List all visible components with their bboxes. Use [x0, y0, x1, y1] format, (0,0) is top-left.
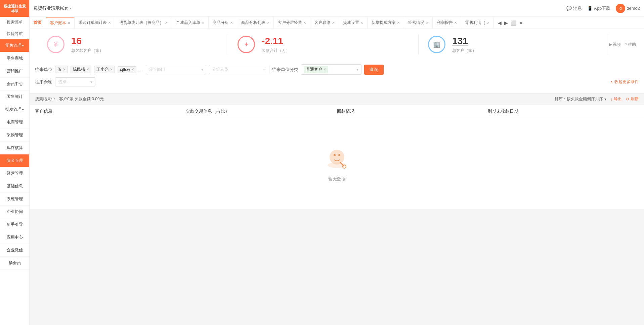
account-selector[interactable]: 母婴行业演示帐套 ▾: [34, 5, 72, 11]
sidebar-item-newbie[interactable]: 新手引导: [0, 218, 29, 231]
tab-label: 客户账本: [50, 20, 66, 26]
sidebar-item-member2[interactable]: 畅会员: [0, 257, 29, 269]
tab-close-icon[interactable]: ✕: [426, 21, 428, 25]
tab-goods-analysis[interactable]: 商品分析 ✕: [209, 17, 237, 28]
collapse-btn[interactable]: ∧ 收起更多条件: [610, 79, 639, 85]
sidebar-item-label: 会员中心: [7, 81, 23, 86]
tab-label: 产成品入库单: [176, 20, 200, 26]
sidebar-item-wholesale[interactable]: 批发管理 ▾: [0, 103, 29, 116]
topbar: 母婴行业演示帐套 ▾ 💬 消息 📱 App下载 d demo2: [30, 0, 644, 17]
person-select[interactable]: 分管人员 ···: [209, 65, 269, 74]
tab-close-icon[interactable]: ✕: [267, 21, 269, 25]
tab-goods-inbound-stats[interactable]: 进货单统计表（按商品） ✕: [115, 17, 172, 28]
refresh-icon: ↺: [626, 97, 629, 102]
tab-operations[interactable]: 经营情况 ✕: [404, 17, 433, 28]
export-btn[interactable]: ↓ 导出: [610, 96, 622, 102]
sort-dropdown[interactable]: 排序：按欠款金额倒序排序 ▾: [555, 96, 606, 102]
account-name: 母婴行业演示帐套: [34, 5, 69, 11]
tab-close-icon[interactable]: ✕: [397, 21, 400, 25]
balance-select[interactable]: 选择... ▾: [55, 77, 95, 86]
filter-tag-close-normal[interactable]: ✕: [324, 68, 326, 71]
sidebar-item-enterprise[interactable]: 企业协同: [0, 206, 29, 218]
help-btn[interactable]: ? 帮助: [625, 42, 636, 47]
sidebar-item-finance[interactable]: 资金管理: [0, 154, 29, 167]
tab-production-inbound[interactable]: 产成品入库单 ✕: [172, 17, 209, 28]
sidebar-item-retail-stats[interactable]: 零售统计: [0, 91, 29, 103]
sidebar-item-label: 电商管理: [7, 120, 23, 124]
refresh-btn[interactable]: ↺ 刷新: [626, 96, 639, 102]
sidebar-item-label: 零售商城: [7, 56, 23, 61]
table-header: 客户信息 欠款交易信息（占比） 回款情况 到期未收款日期: [30, 105, 644, 118]
tab-close-icon[interactable]: ✕: [360, 21, 363, 25]
tab-close-icon[interactable]: ✕: [165, 21, 168, 25]
message-icon: 💬: [566, 6, 572, 11]
summary-icon-1: ¥: [46, 34, 66, 55]
tab-close-icon[interactable]: ✕: [68, 21, 70, 25]
tab-purchase-order-stats[interactable]: 采购订单统计表 ✕: [75, 17, 115, 28]
sidebar-item-ecommerce[interactable]: 电商管理: [0, 116, 29, 129]
sidebar-item-basic-info[interactable]: 基础信息: [0, 180, 29, 193]
tab-customer-contact[interactable]: 客户联络 ✕: [310, 17, 339, 28]
tabs-nav: ◀ ▶ ⬜ ✕: [494, 19, 527, 27]
tab-customer-account[interactable]: 客户账本 ✕: [46, 17, 75, 29]
filter-unit-label: 往来单位: [35, 67, 52, 73]
quick-nav[interactable]: 快捷导航: [0, 28, 29, 39]
tab-close-icon[interactable]: ✕: [332, 21, 335, 25]
help-icon: ?: [625, 42, 627, 47]
filter-more-icon[interactable]: ...: [139, 67, 143, 72]
video-icon: ▶: [609, 42, 612, 47]
sidebar-item-operations[interactable]: 经营管理: [0, 167, 29, 180]
tab-close-icon[interactable]: ✕: [454, 21, 457, 25]
user-menu[interactable]: d demo2: [616, 4, 640, 13]
sidebar-item-wechat[interactable]: 企业微信: [0, 244, 29, 257]
sidebar-item-retail-mall[interactable]: 零售商城: [0, 52, 29, 65]
tab-close-icon[interactable]: ✕: [303, 21, 306, 25]
tab-retail-profit[interactable]: 零售利润（ ✕: [461, 17, 494, 28]
building-icon: 🏢: [428, 36, 445, 53]
tab-label: 客户联络: [314, 20, 331, 26]
chevron-down-icon: ▾: [70, 6, 72, 10]
filter-tag-close-wu[interactable]: ✕: [63, 68, 66, 71]
tab-profit-report[interactable]: 利润报告 ✕: [433, 17, 461, 28]
sidebar-item-purchase[interactable]: 采购管理: [0, 129, 29, 142]
tabs-prev-btn[interactable]: ◀: [497, 19, 503, 27]
unit-class-select[interactable]: 普通客户 ✕ ▾: [301, 64, 361, 75]
sidebar-item-app-center[interactable]: 应用中心: [0, 231, 29, 244]
results-bar: 搜索结果中，客户0家 欠款金额 0.00元 排序：按欠款金额倒序排序 ▾ ↓ 导…: [30, 94, 644, 105]
message-btn[interactable]: 💬 消息: [566, 5, 582, 11]
tabs-next-btn[interactable]: ▶: [503, 19, 509, 27]
filter-tag-cj: cjttcw ✕: [118, 66, 136, 73]
tab-commission-setting[interactable]: 提成设置 ✕: [339, 17, 368, 28]
tab-label: 采购订单统计表: [79, 20, 107, 26]
sidebar-item-member[interactable]: 会员中心: [0, 78, 29, 91]
tab-customer-tier[interactable]: 客户分层经营 ✕: [274, 17, 310, 28]
tab-home[interactable]: 首页: [30, 17, 46, 28]
svg-point-1: [330, 150, 344, 165]
results-info: 搜索结果中，客户0家 欠款金额 0.00元: [35, 96, 104, 102]
sidebar-item-marketing[interactable]: 营销推广: [0, 65, 29, 78]
app-download-btn[interactable]: 📱 App下载: [587, 5, 610, 11]
filter-tag-close-chen[interactable]: ✕: [86, 68, 89, 71]
tab-new-commission[interactable]: 新增提成方案 ✕: [368, 17, 404, 28]
video-btn[interactable]: ▶ 视频: [609, 42, 621, 47]
chevron-down-icon: ▾: [604, 97, 606, 102]
sidebar-item-system[interactable]: 系统管理: [0, 193, 29, 206]
tabs-menu-btn[interactable]: ⬜: [509, 19, 518, 27]
filter-tag-close-cj[interactable]: ✕: [131, 68, 134, 71]
query-button[interactable]: 查询: [364, 65, 384, 75]
tab-label: 提成设置: [343, 20, 359, 26]
tabs-close-all-btn[interactable]: ✕: [518, 19, 524, 27]
sidebar-item-inventory[interactable]: 库存核算: [0, 142, 29, 154]
sidebar-item-retail[interactable]: 零售管理 ▾: [0, 39, 29, 52]
tab-close-icon[interactable]: ✕: [202, 21, 204, 25]
export-label: 导出: [614, 96, 622, 102]
tab-label: 首页: [34, 20, 42, 26]
tab-close-icon[interactable]: ✕: [230, 21, 233, 25]
sidebar-search[interactable]: 搜索菜单: [0, 17, 29, 28]
filter-tag-normal-customer: 普通客户 ✕: [304, 66, 328, 73]
tab-goods-analysis-list[interactable]: 商品分析列表 ✕: [237, 17, 274, 28]
dept-select[interactable]: 分管部门 ▾: [146, 65, 206, 74]
tab-close-icon[interactable]: ✕: [487, 21, 489, 25]
tab-close-icon[interactable]: ✕: [108, 21, 111, 25]
filter-tag-close-wang[interactable]: ✕: [110, 68, 113, 71]
